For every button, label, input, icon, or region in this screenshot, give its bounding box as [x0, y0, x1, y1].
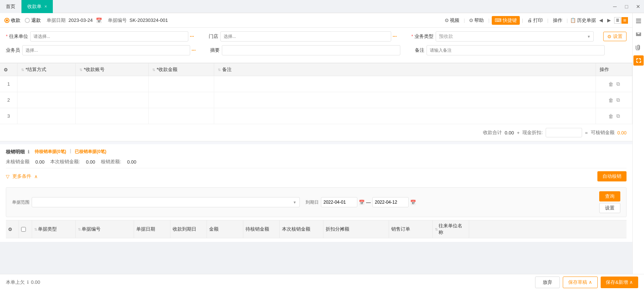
sidebar-expand-icon[interactable]: [633, 55, 644, 66]
nav-arrows: ◀ ▶: [597, 17, 613, 24]
main-content: 收款 退款 单据日期 2023-03-24 📅 单据编号 SK-20230324…: [0, 13, 632, 274]
reconcile-settings-button[interactable]: 设置: [599, 203, 620, 213]
draft-button[interactable]: 保存草稿 ∧: [563, 277, 598, 288]
next-arrow[interactable]: ▶: [605, 17, 613, 24]
row-1-settlement[interactable]: [17, 76, 76, 92]
date-to-input[interactable]: [372, 197, 409, 207]
biz-type-label: 业务类型: [411, 33, 433, 40]
row-1-account[interactable]: [76, 76, 149, 92]
video-button[interactable]: ⊙ 视频: [443, 16, 462, 24]
staff-label: 业务员: [6, 47, 20, 54]
detail-th-checkbox[interactable]: [19, 220, 32, 238]
discount-input[interactable]: [546, 128, 582, 137]
minimize-button[interactable]: ─: [609, 0, 621, 13]
draft-label: 保存草稿: [568, 279, 587, 286]
prev-arrow[interactable]: ◀: [597, 17, 605, 24]
row-2-amount[interactable]: [149, 92, 214, 108]
sidebar-mail-icon[interactable]: [633, 29, 644, 39]
layout-list[interactable]: ☰: [614, 17, 621, 24]
date-from-input[interactable]: [321, 197, 357, 207]
row-2-copy-icon[interactable]: ⧉: [616, 97, 620, 103]
row-1-delete-icon[interactable]: 🗑: [608, 81, 613, 87]
store-more-btn[interactable]: ···: [393, 34, 397, 39]
history-icon: 📋: [570, 17, 576, 23]
auto-reconcile-button[interactable]: 自动核销: [597, 171, 627, 181]
calendar-to-icon[interactable]: 📅: [410, 200, 416, 205]
unreconciled-value: 0.00: [35, 159, 44, 165]
svg-rect-2: [636, 22, 641, 23]
remark-field: 备注: [415, 45, 605, 55]
row-2-account[interactable]: [76, 92, 149, 108]
filter-icon: ▽: [6, 174, 9, 179]
history-button[interactable]: 📋 历史单据: [570, 17, 596, 24]
form-settings-button[interactable]: ⚙ 设置: [603, 32, 627, 41]
discard-button[interactable]: 放弃: [535, 277, 560, 288]
th-gear[interactable]: ⚙: [0, 63, 17, 76]
tab-bar: 首页 收款单 × ─ □ ✕: [0, 0, 644, 13]
row-3-copy-icon[interactable]: ⧉: [616, 113, 620, 119]
print-label: 打印: [533, 17, 543, 24]
table-row: 3 🗑 ⧉: [0, 108, 632, 124]
staff-input[interactable]: [22, 45, 190, 55]
th-remark: ⇅ 备注: [214, 63, 596, 76]
row-2-delete-icon[interactable]: 🗑: [608, 97, 613, 103]
row-3-amount[interactable]: [149, 108, 214, 124]
completed-tab[interactable]: 已核销单据(0笔): [72, 148, 109, 156]
calendar-from-icon[interactable]: 📅: [359, 200, 365, 205]
pending-tab[interactable]: 待核销单据(0笔): [32, 148, 68, 156]
row-1-copy-icon[interactable]: ⧉: [616, 81, 620, 87]
tab-close-icon[interactable]: ×: [44, 4, 47, 9]
doc-date-value: 2023-03-24: [68, 17, 93, 23]
help-button[interactable]: ⊙ 帮助: [467, 16, 486, 24]
counterparty-more-btn[interactable]: ···: [190, 34, 194, 39]
more-conditions[interactable]: ▽ 更多条件 ∧: [6, 173, 38, 180]
refund-radio[interactable]: 退款: [25, 17, 41, 24]
summary-input[interactable]: [222, 45, 400, 55]
row-3-account[interactable]: [76, 108, 149, 124]
operation-button[interactable]: 操作: [551, 16, 565, 24]
settings-label: 设置: [613, 33, 623, 40]
date-range: 📅 — 📅: [321, 197, 416, 207]
biz-type-field: 业务类型 预收款 ▼ ···: [411, 31, 600, 42]
row-3-settlement[interactable]: [17, 108, 76, 124]
detail-table-header: ⚙ ⇅ 单据类型 ⇅ 单据编号 单据日期 收款到期日 金额: [6, 220, 627, 238]
detail-th-doc-date: 单据日期: [134, 220, 170, 238]
close-button[interactable]: ✕: [632, 0, 644, 13]
save-button[interactable]: 保存&新增 ∧: [601, 277, 638, 288]
remark-input[interactable]: [427, 45, 605, 55]
biz-type-select[interactable]: 预收款 ▼: [436, 31, 594, 42]
history-label: 历史单据: [577, 17, 596, 24]
more-conditions-label: 更多条件: [12, 173, 31, 180]
calendar-icon[interactable]: 📅: [96, 17, 102, 23]
receipt-radio[interactable]: 收款: [4, 17, 20, 24]
refund-radio-dot: [25, 18, 30, 23]
equals-sign: =: [585, 130, 588, 136]
print-button[interactable]: 🖨 打印: [525, 16, 545, 24]
tab-receipt[interactable]: 收款单 ×: [21, 0, 53, 13]
row-1-amount[interactable]: [149, 76, 214, 92]
row-2-remark[interactable]: [214, 92, 596, 108]
maximize-button[interactable]: □: [621, 0, 632, 13]
detail-th-gear[interactable]: ⚙: [6, 220, 19, 238]
layout-grid[interactable]: ⊞: [621, 17, 628, 24]
row-3-remark[interactable]: [214, 108, 596, 124]
row-1-remark[interactable]: [214, 76, 596, 92]
doc-range-select[interactable]: ▼: [32, 197, 300, 207]
sidebar-table-icon[interactable]: [633, 16, 644, 26]
counterparty-input[interactable]: [30, 31, 188, 42]
shortcut-button[interactable]: ⌨ 快捷键: [492, 16, 520, 25]
row-2-actions: 🗑 ⧉: [596, 92, 632, 108]
query-button[interactable]: 查询: [599, 191, 620, 201]
svg-rect-0: [636, 19, 641, 20]
row-3-delete-icon[interactable]: 🗑: [608, 113, 613, 119]
sidebar-attachment-icon[interactable]: [633, 42, 644, 52]
store-input[interactable]: [220, 31, 391, 42]
receipt-table: ⚙ ⇅ *结算方式 ⇅ *收款账号 ⇅ *收款金额 ⇅ 备注 操作: [0, 63, 632, 124]
row-2-settlement[interactable]: [17, 92, 76, 108]
svg-rect-1: [636, 20, 641, 21]
select-all-checkbox[interactable]: [21, 227, 26, 232]
tab-home[interactable]: 首页: [0, 0, 21, 13]
form-row-1: 往来单位 ··· 门店 ··· 业务类型 预收款 ▼ ···: [6, 31, 627, 42]
reconcile-info-icon[interactable]: ℹ: [28, 149, 30, 154]
staff-more-btn[interactable]: ···: [192, 47, 196, 53]
